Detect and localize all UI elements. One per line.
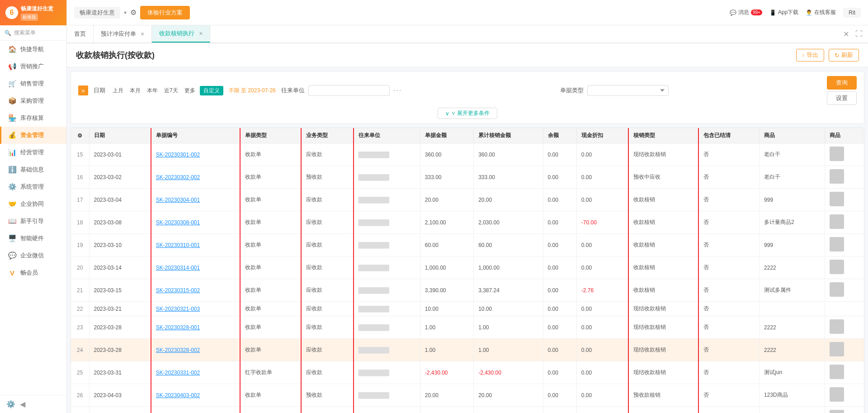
filter-setting-button[interactable]: 设置 [827,91,857,105]
sidebar-item-marketing[interactable]: 📢 营销推广 [0,58,66,75]
row-goods-thumb [825,211,864,234]
this-year-button[interactable]: 本年 [145,86,160,95]
topbar: 畅康道好生意 ▾ ⚙ 体验行业方案 💬 消息 99+ 📱 App下载 👨‍💼 在… [67,0,868,25]
topbar-chevron-icon[interactable]: ▾ [124,9,127,16]
hardware-icon: 🖥️ [8,234,17,242]
th-date[interactable]: 日期 [89,128,151,143]
app-download-button[interactable]: 📱 App下载 [769,9,798,16]
row-doc-no[interactable]: SK-20230321-003 [151,302,240,316]
tab-payable-close-icon[interactable]: × [141,30,144,38]
last-month-button[interactable]: 上月 [111,86,125,95]
th-cancel-amount[interactable]: 累计核销金额 [474,128,543,143]
topbar-gear-icon[interactable]: ⚙ [130,8,137,17]
app-icon: 📱 [769,9,776,16]
row-balance: 0.00 [543,384,576,407]
row-doc-no[interactable]: SK-20230308-001 [151,211,240,234]
row-include-settled: 否 [698,211,759,234]
row-doc-no[interactable]: SK-20230314-001 [151,256,240,279]
sidebar-item-basic[interactable]: ℹ️ 基础信息 [0,161,66,178]
row-discount: 0.00 [576,316,628,339]
row-doc-no[interactable]: SK-20230301-002 [151,143,240,166]
sidebar-item-enterprise[interactable]: 🤝 企业协同 [0,195,66,213]
th-include-settled[interactable]: 包含已结清 [698,128,759,143]
this-month-button[interactable]: 本月 [128,86,142,95]
row-doc-no[interactable]: SK-20230328-002 [151,339,240,361]
tab-close-all-icon[interactable]: ✕ [841,28,851,40]
row-doc-no[interactable]: SK-20230408-001 [151,407,240,413]
partner-filter-input[interactable] [308,85,390,96]
row-biz-type: 应收款 [301,361,354,384]
row-doc-no[interactable]: SK-20230310-001 [151,234,240,256]
row-partner: ████████ [354,339,420,361]
row-doc-no[interactable]: SK-20230328-001 [151,316,240,339]
row-cancel-amount: 1.00 [474,316,543,339]
export-icon: ↑ [802,52,805,59]
tab-maximize-icon[interactable]: ⛶ [854,28,864,40]
th-cancel-type[interactable]: 核销类型 [628,128,698,143]
row-date: 2023-03-15 [89,279,151,302]
row-balance: 0.00 [543,279,576,302]
th-biz-type[interactable]: 业务类型 [301,128,354,143]
more-date-button[interactable]: 更多 [183,86,197,95]
sidebar-item-hardware[interactable]: 🖥️ 智能硬件 [0,230,66,247]
row-cancel-type: 现结收款核销 [628,339,698,361]
th-discount[interactable]: 现金折扣 [576,128,628,143]
sidebar-item-guide[interactable]: 📖 新手引导 [0,213,66,230]
sidebar-item-finance[interactable]: 💰 资金管理 [0,127,66,144]
sidebar-item-inventory[interactable]: 🏪 库存核算 [0,109,66,127]
row-doc-no[interactable]: SK-20230302-002 [151,166,240,189]
last-7days-button[interactable]: 近7天 [162,86,180,95]
row-no: 24 [71,339,89,361]
th-partner[interactable]: 往来单位 [354,128,420,143]
tab-home[interactable]: 首页 [67,25,94,43]
row-doc-amount: 60.00 [420,234,473,256]
online-service-button[interactable]: 👨‍💼 在线客服 [806,9,836,16]
partner-dots-icon[interactable]: ··· [393,86,402,95]
row-doc-no[interactable]: SK-20230315-002 [151,279,240,302]
th-goods[interactable]: 商品 [760,128,825,143]
export-button[interactable]: ↑ 导出 [796,49,825,62]
message-button[interactable]: 💬 消息 99+ [730,9,762,16]
tab-receive-cancel[interactable]: 收款核销执行 × [152,25,210,43]
query-button[interactable]: 查询 [827,76,857,90]
doc-type-filter-select[interactable] [587,85,669,96]
filter-expand-row: ∨ ∨ 展开更多条件 [78,105,857,119]
industry-solution-button[interactable]: 体验行业方案 [140,6,190,19]
table-row: 21 2023-03-15 SK-20230315-002 收款单 应收款 ██… [71,279,864,302]
th-doc-no[interactable]: 单据编号 [151,128,240,143]
row-biz-type: 应收款 [301,211,354,234]
sidebar-item-operation[interactable]: 📊 经营管理 [0,144,66,161]
tab-payable[interactable]: 预计冲应付单 × [94,25,152,43]
sidebar-item-member[interactable]: V 畅会员 [0,264,66,281]
sidebar-item-system[interactable]: ⚙️ 系统管理 [0,178,66,195]
th-goods-thumb[interactable]: 商品 [825,128,864,143]
row-date: 2023-03-02 [89,166,151,189]
th-doc-amount[interactable]: 单据金额 [420,128,473,143]
expand-conditions-button[interactable]: ∨ ∨ 展开更多条件 [438,108,497,119]
row-doc-no[interactable]: SK-20230304-001 [151,189,240,211]
row-partner: ████████ [354,384,420,407]
filter-toggle-button[interactable]: » [78,85,88,95]
data-table: ⚙ 日期 单据编号 单据类型 业务类型 往来单位 单据金额 累计核销金额 余额 … [71,128,864,413]
row-cancel-type: 现结收款核销 [628,407,698,413]
th-balance[interactable]: 余额 [543,128,576,143]
sidebar-item-sales[interactable]: 🛒 销售管理 [0,75,66,92]
collapse-icon[interactable]: ◀ [20,400,25,408]
sidebar-item-quick[interactable]: 🏠 快捷导航 [0,41,66,58]
search-menu-item[interactable]: 🔍 搜索菜单 [0,25,66,41]
guide-icon: 📖 [8,217,17,225]
settings-icon[interactable]: ⚙️ [6,400,15,408]
row-doc-no[interactable]: SK-20230331-002 [151,361,240,384]
refresh-button[interactable]: ↻ 刷新 [829,49,859,62]
custom-date-button[interactable]: 自定义 [200,86,223,95]
sidebar-item-purchase[interactable]: 📦 采购管理 [0,92,66,109]
row-doc-no[interactable]: SK-20230403-002 [151,384,240,407]
th-doc-type[interactable]: 单据类型 [240,128,301,143]
th-gear[interactable]: ⚙ [71,128,89,143]
user-avatar[interactable]: Rit [843,8,861,18]
row-cancel-type: 预收中应收 [628,166,698,189]
tab-receive-cancel-close-icon[interactable]: × [199,30,203,37]
sidebar-item-wechat[interactable]: 💬 企业微信 [0,247,66,264]
basic-icon: ℹ️ [8,166,17,174]
tabbar: 首页 预计冲应付单 × 收款核销执行 × ✕ ⛶ [67,25,868,43]
